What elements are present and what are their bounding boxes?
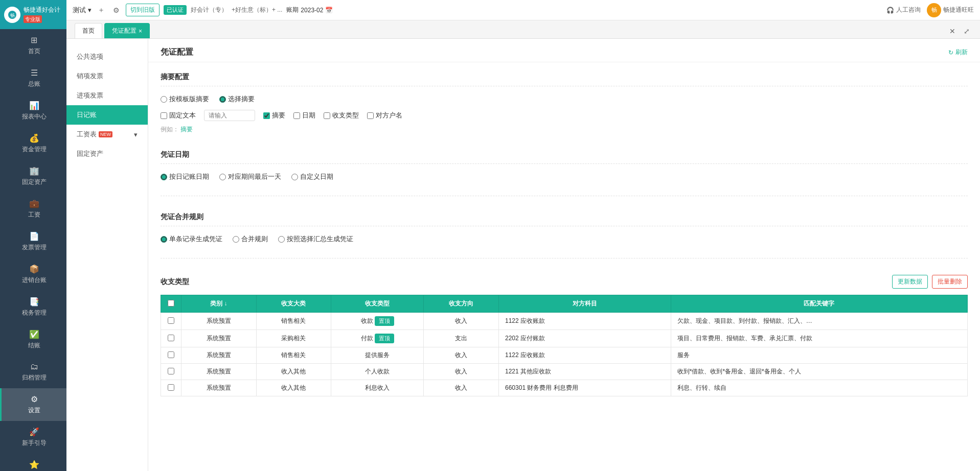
batch-delete-button[interactable]: 批量删除 (932, 275, 968, 289)
archive-icon: 🗂 (30, 362, 38, 371)
radio-single[interactable]: 单条记录生成凭证 (161, 234, 222, 244)
radio-select-summary[interactable]: 选择摘要 (219, 95, 255, 104)
row-checkbox[interactable] (168, 317, 174, 324)
cell-keyword: 欠款、现金、项目款、到付款、报销款、汇入、… (671, 313, 967, 330)
select-all-checkbox[interactable] (168, 300, 174, 307)
tab-voucher-config[interactable]: 凭证配置 × (104, 23, 150, 38)
th-account: 对方科目 (499, 295, 671, 313)
tabbar: 首页 凭证配置 × ✕ ⤢ (66, 20, 980, 39)
example-text: 例如： 摘要 (161, 125, 968, 134)
sidebar: 畅 畅捷通好会计 专业版 ⊞ 首页 ☰ 总账 📊 报表中心 💰 资金管理 🏢 固… (0, 0, 66, 471)
radio-period-last[interactable]: 对应期间最后一天 (219, 172, 281, 181)
checkbox-income-type[interactable]: 收支类型 (324, 111, 359, 120)
tab-home[interactable]: 首页 (75, 23, 102, 38)
table-row: 系统预置销售相关收款 置顶收入1122 应收账款欠款、现金、项目款、到付款、报销… (161, 313, 968, 330)
radio-journal-date[interactable]: 按日记账日期 (161, 172, 209, 181)
sidebar-item-tax[interactable]: 📑 税务管理 (0, 291, 66, 323)
checkbox-summary[interactable]: 摘要 (263, 111, 285, 120)
headset-icon: 🎧 (886, 7, 894, 14)
asset-icon: 🏢 (29, 166, 39, 176)
table-header-row: 类别 ↓ 收支大类 收支类型 收支方向 (161, 295, 968, 313)
close-panel-button[interactable]: ✕ (947, 26, 958, 36)
sidebar-item-invoice[interactable]: 📄 发票管理 (0, 225, 66, 258)
content-area: 公共选项 销项发票 进项发票 日记账 工资表 NEW ▾ 固定资产 (66, 39, 980, 471)
sidebar-item-label: 固定资产 (22, 178, 47, 186)
sidebar-item-ledger[interactable]: ☰ 总账 (0, 62, 66, 95)
nav-item-fixed-asset[interactable]: 固定资产 (66, 144, 148, 163)
salary-icon: 💼 (29, 199, 39, 208)
topbar-right: 🎧 人工咨询 畅 畅捷通旺旺 (886, 3, 974, 17)
sidebar-item-report[interactable]: 📊 报表中心 (0, 95, 66, 127)
cell-category: 系统预置 (181, 313, 257, 330)
tax-icon: 📑 (29, 297, 39, 307)
row-checkbox[interactable] (168, 335, 174, 341)
sidebar-item-archive[interactable]: 🗂 归档管理 (0, 356, 66, 388)
nav-item-purchase-invoice[interactable]: 进项发票 (66, 86, 148, 105)
radio-template-summary[interactable]: 按模板版摘要 (161, 95, 209, 104)
fixed-text-input[interactable] (204, 110, 255, 121)
cell-keyword: 利息、行转、续自 (671, 380, 967, 396)
row-checkbox[interactable] (168, 351, 174, 358)
sidebar-item-member[interactable]: ⭐ 畅会员 (0, 454, 66, 471)
consult-button[interactable]: 🎧 人工咨询 (886, 6, 921, 14)
refresh-icon: ↻ (948, 49, 953, 56)
expand-button[interactable]: ⤢ (962, 26, 972, 36)
sidebar-item-settings[interactable]: ⚙ 设置 (0, 388, 66, 421)
cell-account: 2202 应付账款 (499, 330, 671, 347)
nav-item-journal[interactable]: 日记账 (66, 105, 148, 125)
nav-item-payroll[interactable]: 工资表 NEW ▾ (66, 125, 148, 144)
summary-radio-group: 按模板版摘要 选择摘要 (161, 95, 968, 104)
table-row: 系统预置收入其他利息收入收入660301 财务费用 利息费用利息、行转、续自 (161, 380, 968, 396)
sidebar-item-label: 设置 (28, 406, 40, 415)
sidebar-item-label: 报表中心 (22, 112, 47, 121)
sidebar-item-home[interactable]: ⊞ 首页 (0, 29, 66, 62)
cell-account: 1221 其他应收款 (499, 364, 671, 380)
checkbox-fixed-text[interactable]: 固定文本 (161, 111, 196, 120)
period-value: 2023-02 (301, 7, 323, 14)
sidebar-item-guide[interactable]: 🚀 新手引导 (0, 421, 66, 454)
top-tag-button[interactable]: 置顶 (375, 316, 394, 326)
cell-sub-type: 收款 置顶 (331, 313, 424, 330)
nav-item-public[interactable]: 公共选项 (66, 47, 148, 66)
settings-icon: ⚙ (31, 394, 38, 404)
sidebar-item-settle[interactable]: ✅ 结账 (0, 323, 66, 356)
sidebar-item-salary[interactable]: 💼 工资 (0, 193, 66, 225)
top-tag-button[interactable]: 置顶 (375, 334, 394, 343)
settings-button[interactable]: ⚙ (111, 5, 122, 15)
th-category[interactable]: 类别 ↓ (181, 295, 257, 313)
update-data-button[interactable]: 更新数据 (892, 275, 928, 289)
checkbox-counterpart[interactable]: 对方户名 (367, 111, 402, 120)
sidebar-item-asset[interactable]: 🏢 固定资产 (0, 160, 66, 193)
calendar-icon[interactable]: 📅 (325, 7, 333, 14)
sidebar-item-label: 工资 (28, 210, 40, 219)
cell-main-type: 销售相关 (256, 347, 331, 364)
sidebar-item-purchase[interactable]: 📦 进销台账 (0, 258, 66, 291)
topbar: 测试 ▾ ＋ ⚙ 切到旧版 已认证 好会计（专） +好生意（标）+ ... 账期… (66, 0, 980, 20)
switch-version-button[interactable]: 切到旧版 (126, 4, 159, 16)
tab-close-icon[interactable]: × (139, 28, 142, 35)
sidebar-item-fund[interactable]: 💰 资金管理 (0, 127, 66, 160)
row-checkbox[interactable] (168, 368, 174, 374)
summary-config-section: 摘要配置 按模板版摘要 选择摘要 (161, 73, 968, 134)
cell-category: 系统预置 (181, 364, 257, 380)
checkbox-date[interactable]: 日期 (293, 111, 315, 120)
cell-main-type: 收入其他 (256, 380, 331, 396)
nav-item-sales-invoice[interactable]: 销项发票 (66, 66, 148, 86)
refresh-button[interactable]: ↻ 刷新 (948, 48, 968, 57)
company-name: 测试 (73, 6, 86, 15)
voucher-date-section: 凭证日期 按日记账日期 对应期间最后一天 自定义日期 (161, 150, 968, 196)
cell-sub-type: 付款 置顶 (331, 330, 424, 347)
company-selector[interactable]: 测试 ▾ (73, 6, 92, 15)
add-button[interactable]: ＋ (96, 5, 107, 16)
radio-merge[interactable]: 合并规则 (233, 234, 268, 244)
cell-keyword: 服务 (671, 347, 967, 364)
config-body: 摘要配置 按模板版摘要 选择摘要 (148, 62, 980, 423)
sidebar-logo[interactable]: 畅 畅捷通好会计 专业版 (0, 0, 66, 29)
radio-select-total[interactable]: 按照选择汇总生成凭证 (278, 234, 353, 244)
period-label: 账期 (286, 6, 299, 14)
income-table: 类别 ↓ 收支大类 收支类型 收支方向 (161, 295, 968, 396)
radio-custom-date[interactable]: 自定义日期 (291, 172, 333, 181)
user-menu[interactable]: 畅 畅捷通旺旺 (927, 3, 974, 17)
table-row: 系统预置采购相关付款 置顶支出2202 应付账款项目、日常费用、报销款、车费、承… (161, 330, 968, 347)
row-checkbox[interactable] (168, 384, 174, 391)
